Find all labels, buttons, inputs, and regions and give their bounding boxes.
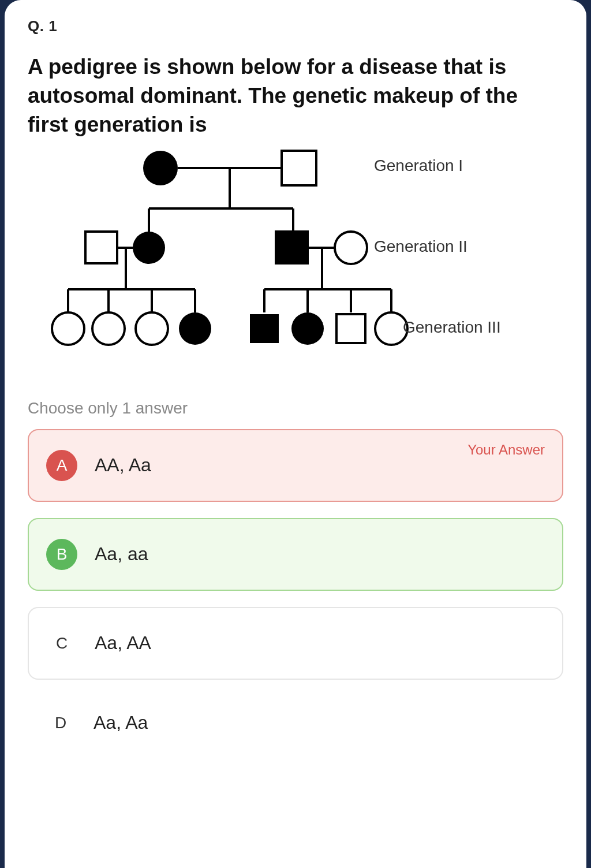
svg-point-19	[179, 312, 211, 345]
svg-rect-20	[276, 232, 308, 263]
option-a[interactable]: Your Answer A AA, Aa	[28, 429, 563, 502]
question-card: Q. 1 A pedigree is shown below for a dis…	[5, 0, 586, 868]
gen1-label: Generation I	[374, 157, 463, 175]
svg-rect-1	[282, 151, 316, 185]
pedigree-diagram: Generation I Generation II Generation II…	[45, 145, 507, 364]
option-text: Aa, Aa	[93, 712, 148, 733]
option-text: Aa, AA	[95, 632, 151, 654]
question-text: A pedigree is shown below for a disease …	[28, 53, 563, 139]
option-text: Aa, aa	[95, 543, 148, 565]
svg-point-0	[143, 151, 178, 185]
option-letter: B	[46, 539, 77, 570]
svg-point-17	[92, 312, 125, 345]
your-answer-badge: Your Answer	[467, 442, 545, 458]
svg-point-8	[133, 232, 165, 264]
gen3-label: Generation III	[403, 318, 501, 337]
instruction-text: Choose only 1 answer	[28, 399, 563, 418]
option-letter: C	[46, 628, 77, 659]
gen2-label: Generation II	[374, 237, 467, 256]
svg-point-18	[136, 312, 168, 345]
svg-point-16	[52, 312, 84, 345]
option-letter: D	[45, 707, 76, 739]
option-d[interactable]: D Aa, Aa	[28, 696, 563, 758]
svg-rect-7	[85, 232, 117, 263]
option-text: AA, Aa	[95, 455, 151, 476]
svg-point-21	[335, 232, 367, 264]
option-c[interactable]: C Aa, AA	[28, 607, 563, 680]
svg-rect-29	[250, 314, 279, 343]
svg-rect-31	[336, 314, 365, 343]
option-b[interactable]: B Aa, aa	[28, 518, 563, 591]
option-letter: A	[46, 450, 77, 481]
question-number: Q. 1	[28, 17, 563, 35]
svg-point-30	[291, 312, 324, 345]
